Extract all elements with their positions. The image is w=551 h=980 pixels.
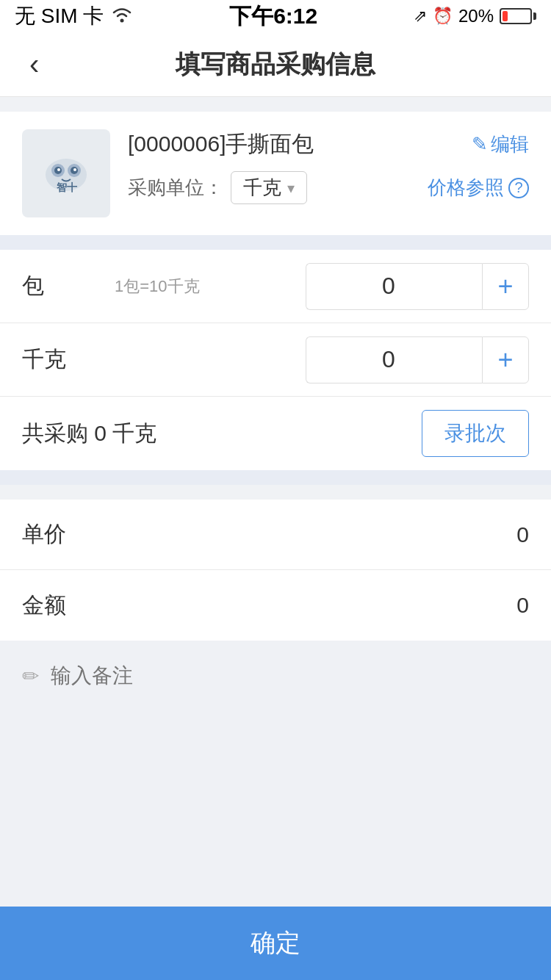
status-bar: 无 SIM 卡 下午6:12 ⇗ ⏰ 20% <box>0 0 551 32</box>
summary-row: 共采购 0 千克 录批次 <box>0 397 551 470</box>
section-divider-2 <box>0 470 551 485</box>
page-title: 填写商品采购信息 <box>176 48 375 82</box>
edit-icon: ✎ <box>472 133 488 156</box>
svg-point-6 <box>57 168 60 171</box>
price-ref-button[interactable]: 价格参照 ? <box>428 175 529 201</box>
kg-input-row: 千克 + <box>0 323 551 397</box>
kg-label: 千克 <box>22 345 110 375</box>
kg-input-controls: + <box>306 336 529 383</box>
bag-plus-button[interactable]: + <box>482 263 529 310</box>
record-batch-label: 录批次 <box>444 422 506 444</box>
amount-value: 0 <box>516 593 529 618</box>
content-area <box>0 711 551 932</box>
price-ref-icon: ? <box>508 178 529 198</box>
product-name-row: [0000006]手撕面包 ✎ 编辑 <box>128 129 529 159</box>
location-icon: ⇗ <box>414 7 427 26</box>
bag-quantity-input[interactable] <box>306 263 482 310</box>
confirm-button[interactable]: 确定 <box>0 907 551 980</box>
svg-text:智十: 智十 <box>56 181 78 193</box>
alarm-icon: ⏰ <box>433 7 453 26</box>
nav-bar: ‹ 填写商品采购信息 <box>0 32 551 97</box>
quantity-section: 包 1包=10千克 + 千克 + 共采购 0 千克 录批次 <box>0 250 551 470</box>
amount-row: 金额 0 <box>0 570 551 641</box>
summary-text: 共采购 0 千克 <box>22 419 156 449</box>
kg-plus-button[interactable]: + <box>482 336 529 383</box>
remark-section: ✏ <box>0 641 551 711</box>
remark-input[interactable] <box>51 664 529 688</box>
price-ref-label: 价格参照 <box>428 175 504 201</box>
bag-input-controls: + <box>306 263 529 310</box>
edit-label: 编辑 <box>491 131 529 157</box>
back-button[interactable]: ‹ <box>22 40 46 88</box>
confirm-label: 确定 <box>251 926 300 960</box>
status-time: 下午6:12 <box>229 1 317 32</box>
unit-price-row: 单价 0 <box>0 500 551 570</box>
plus-icon-bag: + <box>497 271 513 302</box>
unit-price-value: 0 <box>516 522 529 547</box>
unit-value: 千克 <box>243 175 281 201</box>
unit-dropdown[interactable]: 千克 ▾ <box>231 171 307 204</box>
kg-quantity-input[interactable] <box>306 336 482 383</box>
plus-icon-kg: + <box>497 345 513 375</box>
product-card: 智十 [0000006]手撕面包 ✎ 编辑 采购单位： 千克 ▾ 价格参照 ? <box>0 112 551 235</box>
purchase-unit-row: 采购单位： 千克 ▾ 价格参照 ? <box>128 171 529 204</box>
record-batch-button[interactable]: 录批次 <box>422 410 529 457</box>
edit-button[interactable]: ✎ 编辑 <box>472 131 529 157</box>
battery-icon <box>500 8 536 24</box>
bag-label: 包 <box>22 271 110 301</box>
battery-percent: 20% <box>458 6 494 26</box>
purchase-unit-label: 采购单位： <box>128 175 223 201</box>
carrier-text: 无 SIM 卡 <box>15 2 104 30</box>
dropdown-arrow-icon: ▾ <box>287 179 295 197</box>
unit-price-label: 单价 <box>22 519 66 550</box>
pencil-icon: ✏ <box>22 664 39 688</box>
product-info: [0000006]手撕面包 ✎ 编辑 采购单位： 千克 ▾ 价格参照 ? <box>128 129 529 204</box>
wifi-icon <box>111 4 133 28</box>
bag-sublabel: 1包=10千克 <box>115 275 200 298</box>
amount-label: 金额 <box>22 591 66 621</box>
price-section: 单价 0 金额 0 <box>0 500 551 641</box>
section-divider-1 <box>0 235 551 250</box>
bag-input-row: 包 1包=10千克 + <box>0 250 551 323</box>
product-name: [0000006]手撕面包 <box>128 129 314 159</box>
status-right: ⇗ ⏰ 20% <box>414 6 536 26</box>
svg-point-0 <box>120 19 124 23</box>
svg-point-7 <box>73 168 76 171</box>
product-logo: 智十 <box>37 144 96 203</box>
product-image: 智十 <box>22 129 110 217</box>
status-left: 无 SIM 卡 <box>15 2 133 30</box>
